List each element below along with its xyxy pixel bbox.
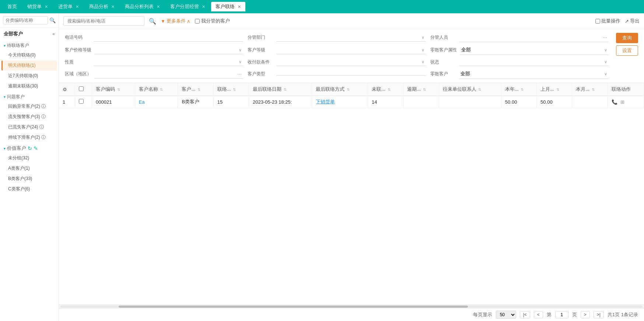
first-page-btn[interactable]: |< (520, 311, 530, 318)
area-select[interactable]: ··· (94, 69, 243, 79)
batch-op-btn[interactable]: 批量操作 (595, 18, 620, 24)
export-btn[interactable]: ↗ 导出 (625, 18, 640, 24)
th-overdue[interactable]: 逾期... ⇅ (403, 83, 439, 96)
sidebar-item-churn-warning[interactable]: 流失预警客户(3) ⓘ (1, 112, 57, 122)
retail-customer-select[interactable]: 全部 ∨ (459, 69, 609, 79)
query-button[interactable]: 查询 (616, 33, 638, 43)
nav-sales-order[interactable]: 销货单 ✕ (23, 2, 52, 11)
filter-right-actions: 批量操作 ↗ 导出 (595, 18, 640, 24)
th-contact-count[interactable]: 联络... ⇅ (213, 83, 249, 96)
row-checkbox[interactable] (79, 99, 84, 104)
nav-product-analysis[interactable]: 商品分析 ✕ (85, 2, 119, 11)
nav-customer-contact[interactable]: 客户联络 ✕ (211, 2, 245, 11)
grid-action-icon[interactable]: ⊞ (620, 99, 624, 105)
phone-action-icon[interactable]: 📞 (612, 99, 617, 105)
manager-select[interactable]: ··· (459, 33, 609, 42)
advanced-filter-panel: 电话号码 分管部门 ∨ 分管人员 (59, 29, 644, 83)
nav-home[interactable]: 首页 (3, 2, 21, 11)
nav-customer-tiering-close[interactable]: ✕ (202, 4, 205, 9)
th-customer-code[interactable]: 客户编码 ⇅ (92, 83, 135, 96)
group-pending-contact: 待联络客户 (0, 40, 59, 50)
cell-this-year: 50.00 (501, 96, 536, 108)
reset-button[interactable]: 设置 (616, 45, 638, 56)
nav-customer-tiering[interactable]: 客户分层经营 ✕ (166, 2, 210, 11)
th-last-month[interactable]: 上月... ⇅ (537, 83, 572, 96)
payment-select[interactable]: ∨ (276, 58, 426, 66)
my-customers-checkbox[interactable] (195, 19, 200, 24)
edit-icon[interactable]: ✎ (34, 145, 38, 151)
status-select[interactable]: ∨ (459, 58, 609, 66)
nature-select[interactable]: ∨ (94, 58, 243, 66)
sidebar-item-churned[interactable]: 已流失客户(24) ⓘ (1, 122, 57, 132)
scrollbar-thumb[interactable] (119, 306, 468, 308)
nav-sales-order-close[interactable]: ✕ (45, 4, 48, 9)
cell-name[interactable]: Ea (135, 96, 178, 108)
dept-select[interactable]: ∨ (276, 34, 426, 42)
collapse-icon[interactable]: « (52, 31, 55, 37)
nav-product-analysis-list-close[interactable]: ✕ (157, 4, 160, 9)
cell-check[interactable] (75, 96, 92, 108)
customer-level-select[interactable]: ∨ (276, 46, 426, 54)
nature-label: 性质 (65, 59, 91, 65)
sidebar-item-c-class[interactable]: C类客户(6) (1, 184, 57, 194)
sidebar-item-a-class[interactable]: A类客户(1) (1, 163, 57, 173)
manager-dots-icon[interactable]: ··· (603, 34, 607, 40)
sidebar-item-repurchase-anomaly[interactable]: 回购异常客户(2) ⓘ (1, 101, 57, 111)
cell-last-month: 50.00 (537, 96, 572, 108)
nav-purchase-order[interactable]: 进货单 ✕ (54, 2, 83, 11)
sidebar-item-b-class[interactable]: B类客户(33) (1, 174, 57, 184)
prev-page-btn[interactable]: < (534, 311, 543, 318)
sidebar-item-ungrouped[interactable]: 未分组(32) (1, 153, 57, 163)
sidebar-item-tomorrow-contact[interactable]: 明天待联络(1) (1, 61, 57, 70)
adv-filter-actions: 查询 设置 (613, 33, 638, 79)
my-customers-checkbox-label[interactable]: 我分管的客户 (195, 18, 230, 24)
next-page-btn[interactable]: > (581, 311, 590, 318)
horizontal-scrollbar[interactable] (59, 304, 644, 308)
nav-purchase-order-close[interactable]: ✕ (76, 4, 79, 9)
price-level-select[interactable]: ∨ (94, 46, 243, 54)
page-input[interactable] (555, 311, 568, 318)
refresh-icon[interactable]: ↻ (28, 145, 32, 151)
last-page-btn[interactable]: >| (594, 311, 604, 318)
th-this-month[interactable]: 本月... ⇅ (572, 83, 608, 96)
all-customers-header[interactable]: 全部客户 « (0, 28, 59, 40)
more-conditions-btn[interactable]: ▼ 更多条件 ∧ (161, 18, 190, 24)
th-customer-name[interactable]: 客户名称 ⇅ (135, 83, 178, 96)
filter-search-input[interactable] (63, 16, 144, 26)
sidebar-item-overdue-contact[interactable]: 逾期未联络(30) (1, 81, 57, 91)
th-last-contact-date[interactable]: 最后联络日期 ⇅ (249, 83, 312, 96)
select-all-checkbox[interactable] (79, 86, 84, 91)
filter-field-price-level: 客户价格等级 ∨ (65, 46, 243, 54)
th-check[interactable] (75, 83, 92, 96)
th-customer-type[interactable]: 客户... ⇅ (178, 83, 213, 96)
th-this-year[interactable]: 本年... ⇅ (501, 83, 536, 96)
nav-product-analysis-close[interactable]: ✕ (111, 4, 115, 9)
sidebar-item-declining[interactable]: 持续下滑客户(2) ⓘ (1, 132, 57, 142)
filter-field-manager: 分管人员 ··· (430, 33, 609, 42)
main-layout: 🔍 全部客户 « 待联络客户 今天待联络(0) 明天待联络(1) 近7天待联络(… (0, 13, 644, 321)
th-last-contact-method[interactable]: 最后联络方式 ⇅ (312, 83, 368, 96)
nav-customer-contact-close[interactable]: ✕ (238, 4, 241, 9)
sort-overdue-icon: ⇅ (423, 87, 426, 92)
customer-type-select[interactable] (276, 72, 426, 76)
area-dots-icon[interactable]: ··· (237, 71, 242, 77)
sidebar-item-7day-contact[interactable]: 近7天待联络(0) (1, 71, 57, 81)
batch-op-checkbox[interactable] (595, 19, 600, 24)
retail-attr-select[interactable]: 全部 ∨ (460, 45, 609, 55)
sort-name-icon: ⇅ (160, 87, 163, 92)
th-contact-person[interactable]: 往来单位联系人 ⇅ (439, 83, 501, 96)
th-not-contact-days[interactable]: 未联... ⇅ (368, 83, 403, 96)
contact-method-link[interactable]: 下销货单 (316, 99, 335, 104)
phone-input[interactable] (94, 33, 243, 42)
sidebar-item-today-contact[interactable]: 今天待联络(0) (1, 50, 57, 60)
sidebar-search-icon[interactable]: 🔍 (49, 17, 56, 23)
cell-last-contact-method[interactable]: 下销货单 (312, 96, 368, 108)
cell-this-month (572, 96, 608, 108)
sidebar-search-input[interactable] (3, 16, 48, 24)
nav-product-analysis-list[interactable]: 商品分析列表 ✕ (120, 2, 164, 11)
th-gear[interactable]: ⚙ (59, 83, 75, 96)
filter-search-btn[interactable]: 🔍 (149, 18, 156, 25)
filter-field-customer-level: 客户等级 ∨ (248, 46, 426, 54)
dept-chevron-icon: ∨ (421, 35, 424, 40)
page-size-select[interactable]: 50 100 200 (496, 311, 516, 319)
